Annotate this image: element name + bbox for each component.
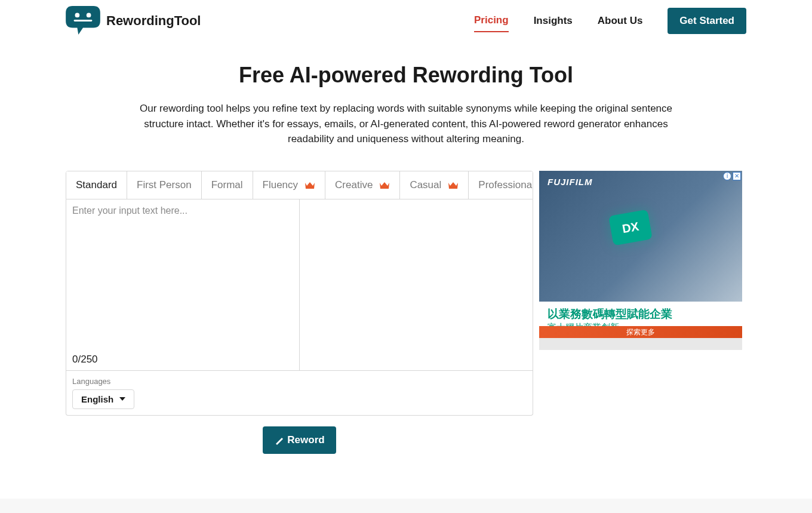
ad-cta[interactable]: 探索更多 <box>539 326 742 338</box>
tab-fluency-label: Fluency <box>263 179 299 191</box>
nav-insights[interactable]: Insights <box>534 10 573 32</box>
wand-icon <box>274 435 285 446</box>
tab-first-person[interactable]: First Person <box>127 171 202 199</box>
ad-headline: 以業務數碼轉型賦能企業 <box>548 306 734 322</box>
tab-fluency[interactable]: Fluency <box>253 171 326 199</box>
svg-point-0 <box>75 13 80 18</box>
tab-professional[interactable]: Professional <box>469 171 533 199</box>
ad-close-icon[interactable]: ✕ <box>733 172 741 180</box>
language-section: Languages English <box>66 371 533 416</box>
tab-formal[interactable]: Formal <box>202 171 253 199</box>
ad-info-icon[interactable]: i <box>723 172 731 180</box>
reword-button-label: Reword <box>287 434 324 446</box>
svg-point-1 <box>87 13 91 18</box>
svg-rect-2 <box>74 20 93 21</box>
crown-icon <box>448 181 459 189</box>
reword-button[interactable]: Reword <box>263 426 336 454</box>
howto-section: How to use rewording tool? <box>0 499 812 514</box>
logo[interactable]: RewordingTool <box>66 6 201 36</box>
input-textarea[interactable] <box>66 199 299 349</box>
tab-casual[interactable]: Casual <box>400 171 469 199</box>
caret-down-icon <box>119 397 125 401</box>
tab-creative[interactable]: Creative <box>325 171 400 199</box>
ad-dx-badge: DX <box>608 209 653 245</box>
tool-panel: Standard First Person Formal Fluency Cre… <box>66 171 533 454</box>
text-panels: 0/250 <box>66 199 533 371</box>
tabs: Standard First Person Formal Fluency Cre… <box>66 171 533 199</box>
tab-creative-label: Creative <box>335 179 373 191</box>
char-count: 0/250 <box>66 349 299 370</box>
page-subtitle: Our rewording tool helps you refine text… <box>131 101 681 147</box>
language-select[interactable]: English <box>72 389 134 409</box>
language-selected: English <box>81 394 113 404</box>
crown-icon <box>304 181 315 189</box>
logo-icon <box>66 6 100 36</box>
tab-standard[interactable]: Standard <box>66 171 127 199</box>
crown-icon <box>379 181 390 189</box>
logo-text: RewordingTool <box>106 13 201 29</box>
get-started-button[interactable]: Get Started <box>668 8 746 34</box>
ad-cta-text: 探索更多 <box>539 326 742 339</box>
header: RewordingTool Pricing Insights About Us … <box>0 0 812 42</box>
input-panel: 0/250 <box>66 199 300 370</box>
nav-pricing[interactable]: Pricing <box>474 10 509 32</box>
output-panel <box>300 199 533 370</box>
main-content: Standard First Person Formal Fluency Cre… <box>0 156 812 478</box>
page-title: Free AI-powered Rewording Tool <box>66 63 746 88</box>
nav: Pricing Insights About Us Get Started <box>474 8 746 34</box>
tabs-container: Standard First Person Formal Fluency Cre… <box>66 171 533 199</box>
ad-brand: FUJIFILM <box>548 177 593 187</box>
nav-about-us[interactable]: About Us <box>598 10 643 32</box>
ad-panel[interactable]: FUJIFILM DX 以業務數碼轉型賦能企業 富士膠片商業創新 探索更多 i … <box>539 171 742 350</box>
hero: Free AI-powered Rewording Tool Our rewor… <box>0 42 812 156</box>
ad-image: FUJIFILM DX 以業務數碼轉型賦能企業 富士膠片商業創新 <box>539 171 742 338</box>
tab-professional-label: Professional <box>478 179 533 191</box>
language-label: Languages <box>72 377 527 386</box>
tab-casual-label: Casual <box>410 179 441 191</box>
